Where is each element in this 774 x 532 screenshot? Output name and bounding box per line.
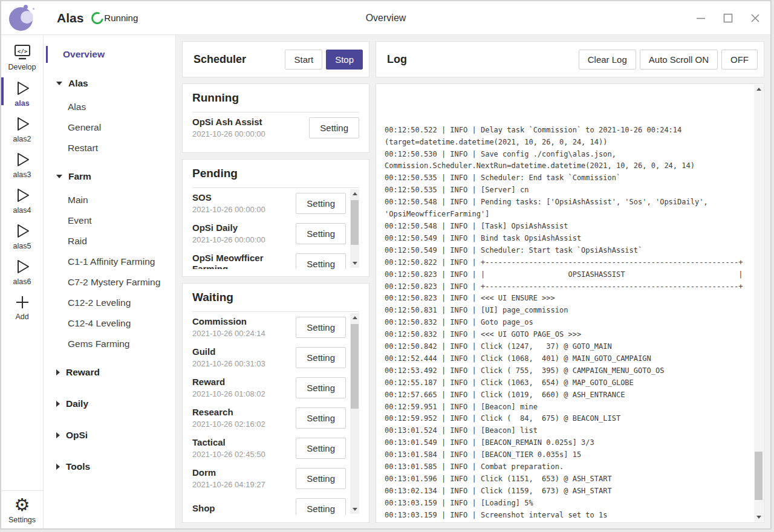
task-setting-button[interactable]: Setting bbox=[296, 438, 346, 459]
log-line: 00:12:50.549 | INFO | Bind task OpsiAshA… bbox=[385, 233, 749, 245]
task-time: 2021-10-26 04:19:27 bbox=[192, 480, 265, 489]
task-name: OpSi Meowfficer Farming bbox=[192, 253, 289, 269]
pending-title: Pending bbox=[192, 167, 359, 188]
nav-item-c7-2-mystery-farming[interactable]: C7-2 Mystery Farming bbox=[44, 272, 175, 293]
task-setting-button[interactable]: Setting bbox=[296, 468, 346, 489]
task-setting-button[interactable]: Setting bbox=[309, 117, 359, 138]
stop-button[interactable]: Stop bbox=[326, 50, 363, 70]
nav-item-restart[interactable]: Restart bbox=[44, 138, 175, 158]
scroll-up-icon[interactable] bbox=[754, 85, 763, 94]
scroll-up-icon[interactable] bbox=[350, 189, 359, 198]
scrollbar-thumb[interactable] bbox=[755, 452, 763, 500]
task-name: SOS bbox=[192, 192, 265, 203]
play-icon bbox=[13, 186, 31, 204]
task-row: OpSi Daily 2021-10-26 00:00:00 Setting bbox=[192, 218, 346, 248]
log-line: 00:12:50.831 | INFO | [UI] page_commissi… bbox=[385, 305, 749, 317]
nav-item-main[interactable]: Main bbox=[44, 190, 175, 210]
task-setting-button[interactable]: Setting bbox=[296, 317, 346, 338]
instance-rail: </> Develop alas alas2 bbox=[1, 35, 44, 529]
nav-group-farm[interactable]: Farm bbox=[44, 163, 175, 190]
rail-item-alas[interactable]: alas bbox=[1, 76, 43, 111]
waiting-title: Waiting bbox=[192, 291, 359, 312]
log-line: 00:12:50.522 | INFO | Delay task `Commis… bbox=[385, 125, 749, 137]
autoscroll-off-button[interactable]: OFF bbox=[721, 50, 758, 70]
log-line: (target=datetime.datetime(2021, 10, 26, … bbox=[385, 137, 749, 149]
log-line: 00:12:59.952 | INFO | Click ( 84, 675) @… bbox=[385, 413, 749, 425]
pending-scrollbar[interactable] bbox=[350, 189, 359, 268]
nav-group-tools[interactable]: Tools bbox=[44, 453, 175, 480]
maximize-button[interactable] bbox=[723, 13, 733, 24]
log-line: 00:13:02.134 | INFO | Click (1159, 673) … bbox=[385, 485, 749, 498]
nav-group-reward[interactable]: Reward bbox=[44, 359, 175, 386]
rail-item-develop[interactable]: </> Develop bbox=[1, 40, 43, 76]
task-setting-button[interactable]: Setting bbox=[296, 223, 346, 244]
rail-item-alas3[interactable]: alas3 bbox=[1, 147, 43, 183]
log-line: 00:12:59.951 | INFO | [Beacon] mine bbox=[385, 401, 749, 414]
minimize-button[interactable] bbox=[695, 13, 706, 24]
task-setting-button[interactable]: Setting bbox=[296, 347, 346, 368]
nav-item-general[interactable]: General bbox=[44, 117, 175, 138]
task-time: 2021-10-26 00:24:14 bbox=[192, 329, 265, 338]
nav-item-event[interactable]: Event bbox=[44, 210, 175, 231]
task-name: OpSi Ash Assist bbox=[192, 117, 265, 128]
spinner-icon bbox=[91, 11, 104, 25]
log-line: 00:12:50.535 | INFO | [Server] cn bbox=[385, 184, 749, 196]
log-line: 00:13:03.159 | INFO | [Loading] 5% bbox=[385, 498, 749, 510]
task-setting-button[interactable]: Setting bbox=[296, 407, 346, 429]
rail-item-add[interactable]: Add bbox=[1, 290, 43, 325]
task-name: Dorm bbox=[192, 467, 265, 478]
rail-item-alas5[interactable]: alas5 bbox=[1, 218, 43, 254]
task-setting-button[interactable]: Setting bbox=[296, 253, 346, 270]
nav-item-c12-2-leveling[interactable]: C12-2 Leveling bbox=[44, 293, 175, 313]
scroll-down-icon[interactable] bbox=[754, 513, 763, 522]
task-setting-button[interactable]: Setting bbox=[296, 377, 346, 398]
log-line: 00:13:01.549 | INFO | [BEACON_REMAIN 0.0… bbox=[385, 437, 749, 449]
pending-card: Pending SOS 2021-10-26 00:00:00 Set bbox=[182, 159, 369, 277]
waiting-card: Waiting Commission 2021-10-26 00:24:14 bbox=[182, 283, 369, 523]
plus-icon bbox=[14, 294, 31, 311]
nav-item-gems-farming[interactable]: Gems Farming bbox=[44, 334, 175, 354]
scroll-up-icon[interactable] bbox=[350, 313, 359, 322]
task-setting-button[interactable]: Setting bbox=[296, 498, 346, 516]
chevron-right-icon bbox=[56, 432, 60, 438]
task-name: Reward bbox=[192, 377, 265, 388]
task-name: Research bbox=[192, 407, 265, 418]
svg-text:</>: </> bbox=[17, 48, 27, 54]
close-button[interactable] bbox=[750, 13, 761, 24]
play-icon bbox=[13, 258, 31, 276]
task-row: Commission 2021-10-26 00:24:14 Setting bbox=[192, 312, 346, 342]
scroll-down-icon[interactable] bbox=[350, 505, 359, 514]
sidebar-nav: Overview Alas Alas General Restart Farm … bbox=[44, 35, 176, 529]
nav-item-c12-4-leveling[interactable]: C12-4 Leveling bbox=[44, 313, 175, 334]
nav-item-c1-1-affinity-farming[interactable]: C1-1 Affinity Farming bbox=[44, 251, 175, 272]
log-line: 00:12:50.548 | INFO | [Task] OpsiAshAssi… bbox=[385, 221, 749, 233]
log-line: 00:13:01.584 | INFO | [BEACON_TIER 0.035… bbox=[385, 449, 749, 461]
rail-item-settings[interactable]: ⚙ Settings bbox=[1, 490, 43, 529]
scrollbar-thumb[interactable] bbox=[351, 324, 359, 409]
log-line: 00:12:50.823 | INFO | +-----------------… bbox=[385, 281, 749, 293]
rail-item-alas2[interactable]: alas2 bbox=[1, 111, 43, 147]
nav-item-alas[interactable]: Alas bbox=[44, 97, 175, 117]
log-scrollbar[interactable] bbox=[754, 85, 763, 522]
clear-log-button[interactable]: Clear Log bbox=[579, 50, 636, 70]
nav-item-overview[interactable]: Overview bbox=[44, 44, 175, 65]
scroll-down-icon[interactable] bbox=[350, 259, 359, 268]
nav-item-raid[interactable]: Raid bbox=[44, 231, 175, 251]
rail-item-alas6[interactable]: alas6 bbox=[1, 254, 43, 290]
rail-item-alas4[interactable]: alas4 bbox=[1, 183, 43, 218]
task-name: Shop bbox=[192, 503, 215, 514]
log-line: 00:12:53.492 | INFO | Click ( 755, 395) … bbox=[385, 365, 749, 377]
code-monitor-icon: </> bbox=[13, 44, 31, 61]
nav-group-opsi[interactable]: OpSi bbox=[44, 422, 175, 449]
waiting-scrollbar[interactable] bbox=[350, 313, 359, 514]
task-row: Reward 2021-10-26 01:08:02 Setting bbox=[192, 372, 346, 403]
status-label: Running bbox=[104, 13, 138, 23]
start-button[interactable]: Start bbox=[285, 50, 322, 70]
nav-group-daily[interactable]: Daily bbox=[44, 391, 175, 417]
task-time: 2021-10-26 00:00:00 bbox=[192, 235, 265, 244]
task-row: OpSi Meowfficer Farming Setting bbox=[192, 248, 346, 269]
scrollbar-thumb[interactable] bbox=[351, 200, 359, 245]
task-setting-button[interactable]: Setting bbox=[296, 193, 346, 214]
nav-group-alas[interactable]: Alas bbox=[44, 70, 175, 97]
autoscroll-on-button[interactable]: Auto Scroll ON bbox=[640, 50, 718, 70]
